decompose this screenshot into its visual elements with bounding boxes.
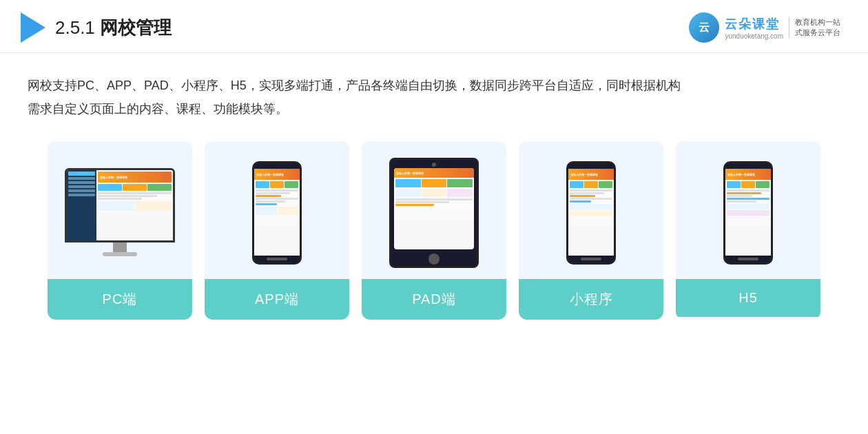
- brand-url: yunduoketang.com: [725, 32, 783, 40]
- phone-screen: 创造人的第一堂课课堂: [254, 169, 300, 256]
- miniprogram-phone-notch: [583, 163, 599, 169]
- card-pad-image: 创造人的第一堂课课堂: [362, 141, 506, 279]
- h5-phone-notch: [740, 163, 756, 169]
- phone-home-bar: [267, 258, 287, 260]
- card-h5: 创造人的第一堂课课堂: [676, 141, 820, 320]
- card-app: 创造人的第一堂课课堂: [205, 141, 349, 320]
- brand-name: 云朵课堂: [725, 16, 780, 32]
- description: 网校支持PC、APP、PAD、小程序、H5，实现多端打通，产品各终端自由切换，数…: [0, 53, 868, 134]
- tablet-home-btn: [428, 254, 440, 265]
- tablet-camera: [432, 163, 436, 167]
- card-h5-label: H5: [676, 279, 820, 317]
- brand-tagline: 教育机构一站 式服务云平台: [789, 17, 840, 39]
- page-container: 2.5.1 网校管理 云朵课堂 yunduoketang.com 教育机构一站 …: [0, 0, 868, 434]
- header-right: 云朵课堂 yunduoketang.com 教育机构一站 式服务云平台: [689, 12, 840, 43]
- header-left: 2.5.1 网校管理: [21, 12, 172, 43]
- cards-section: 创造人的第一堂课课堂: [0, 134, 868, 340]
- page-title: 2.5.1 网校管理: [55, 16, 172, 40]
- card-miniprogram-image: 创造人的第一堂课课堂: [519, 141, 663, 279]
- app-phone-icon: 创造人的第一堂课课堂: [252, 161, 302, 265]
- miniprogram-phone-icon: 创造人的第一堂课课堂: [566, 161, 616, 265]
- brand-icon: [689, 12, 719, 43]
- brand-logo: 云朵课堂 yunduoketang.com 教育机构一站 式服务云平台: [689, 12, 840, 43]
- header: 2.5.1 网校管理 云朵课堂 yunduoketang.com 教育机构一站 …: [0, 0, 868, 53]
- card-pc-image: 创造人的第一堂课课堂: [48, 141, 192, 279]
- h5-phone-icon: 创造人的第一堂课课堂: [723, 161, 773, 265]
- card-pad: 创造人的第一堂课课堂: [362, 141, 506, 320]
- card-pc: 创造人的第一堂课课堂: [48, 141, 192, 320]
- logo-triangle-icon: [21, 12, 45, 43]
- pc-monitor-icon: 创造人的第一堂课课堂: [65, 168, 175, 258]
- tablet-screen: 创造人的第一堂课课堂: [394, 168, 474, 249]
- brand-text: 云朵课堂 yunduoketang.com: [725, 16, 783, 40]
- miniprogram-home-bar: [581, 258, 601, 260]
- card-app-label: APP端: [205, 279, 349, 320]
- miniprogram-screen: 创造人的第一堂课课堂: [568, 169, 614, 256]
- card-pad-label: PAD端: [362, 279, 506, 320]
- phone-notch: [269, 163, 285, 169]
- card-miniprogram-label: 小程序: [519, 279, 663, 320]
- description-line2: 需求自定义页面上的内容、课程、功能模块等。: [28, 97, 840, 121]
- h5-home-bar: [738, 258, 758, 260]
- card-miniprogram: 创造人的第一堂课课堂: [519, 141, 663, 320]
- pad-tablet-icon: 创造人的第一堂课课堂: [389, 158, 479, 268]
- card-pc-label: PC端: [48, 279, 192, 320]
- description-line1: 网校支持PC、APP、PAD、小程序、H5，实现多端打通，产品各终端自由切换，数…: [28, 74, 840, 97]
- card-h5-image: 创造人的第一堂课课堂: [676, 141, 820, 279]
- h5-screen: 创造人的第一堂课课堂: [725, 169, 771, 256]
- card-app-image: 创造人的第一堂课课堂: [205, 141, 349, 279]
